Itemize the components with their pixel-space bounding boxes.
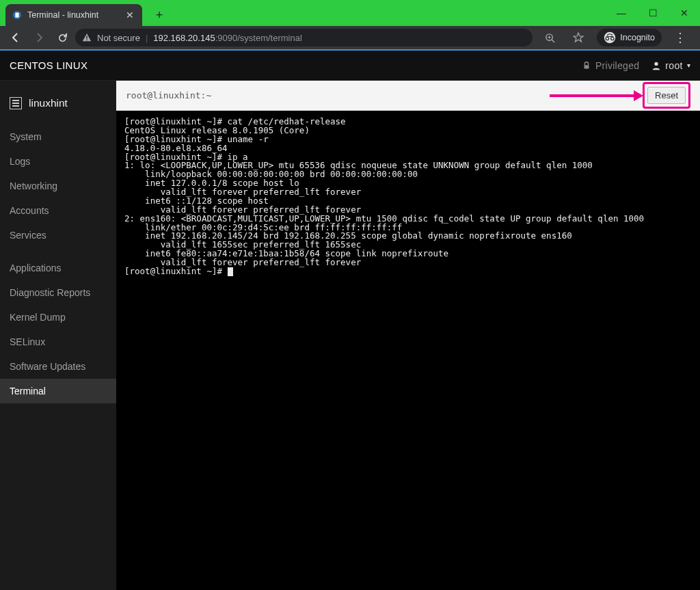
- new-tab-button[interactable]: +: [149, 5, 170, 25]
- zoom-icon[interactable]: [539, 27, 560, 48]
- browser-tab[interactable]: Terminal - linuxhint ✕: [5, 4, 142, 26]
- browser-toolbar: Not secure | 192.168.20.145:9090/system/…: [0, 26, 700, 49]
- url-path: :9090/system/terminal: [215, 33, 302, 43]
- browser-menu-button[interactable]: ⋮: [670, 27, 690, 48]
- terminal-toolbar: root@linuxhint:~ Reset: [116, 81, 700, 111]
- sidebar-item-software-updates[interactable]: Software Updates: [0, 354, 116, 379]
- annotation-highlight-box: Reset: [643, 82, 690, 109]
- sidebar-item-accounts[interactable]: Accounts: [0, 198, 116, 223]
- url-host: 192.168.20.145: [153, 33, 215, 43]
- incognito-indicator[interactable]: Incognito: [597, 29, 662, 46]
- lock-icon: [582, 61, 591, 70]
- user-icon: [651, 61, 661, 70]
- sidebar-item-system[interactable]: System: [0, 124, 116, 149]
- svg-rect-2: [86, 36, 87, 38]
- forward-button[interactable]: [29, 27, 49, 48]
- content-area: root@linuxhint:~ Reset [root@linuxhint ~…: [116, 81, 700, 590]
- sidebar: linuxhint SystemLogsNetworkingAccountsSe…: [0, 81, 116, 590]
- reload-button[interactable]: [52, 27, 72, 48]
- server-icon: [10, 97, 22, 109]
- os-title: CENTOS LINUX: [10, 59, 88, 71]
- url-bar[interactable]: Not secure | 192.168.20.145:9090/system/…: [75, 29, 533, 46]
- window-minimize-button[interactable]: —: [606, 0, 637, 26]
- warning-icon: [82, 33, 92, 42]
- window-titlebar: Terminal - linuxhint ✕ + — ☐ ✕: [0, 0, 700, 26]
- sidebar-item-applications[interactable]: Applications: [0, 256, 116, 280]
- privileged-indicator[interactable]: Privileged: [582, 60, 639, 71]
- tab-close-icon[interactable]: ✕: [124, 10, 135, 21]
- user-name: root: [665, 60, 682, 71]
- cockpit-header: CENTOS LINUX Privileged root ▾: [0, 51, 700, 81]
- svg-point-10: [655, 62, 658, 65]
- window-maximize-button[interactable]: ☐: [637, 0, 669, 26]
- window-close-button[interactable]: ✕: [669, 0, 700, 26]
- svg-rect-3: [86, 40, 87, 40]
- chevron-down-icon: ▾: [687, 62, 690, 69]
- sidebar-item-networking[interactable]: Networking: [0, 174, 116, 198]
- incognito-icon: [604, 31, 616, 44]
- sidebar-item-terminal[interactable]: Terminal: [0, 379, 116, 403]
- user-menu[interactable]: root ▾: [651, 60, 690, 71]
- back-button[interactable]: [5, 27, 26, 48]
- terminal-output[interactable]: [root@linuxhint ~]# cat /etc/redhat-rele…: [116, 111, 700, 590]
- sidebar-host[interactable]: linuxhint: [0, 92, 116, 124]
- svg-line-5: [552, 40, 554, 42]
- bookmark-star-icon[interactable]: [568, 27, 589, 48]
- sidebar-item-diagnostic-reports[interactable]: Diagnostic Reports: [0, 280, 116, 305]
- tab-title: Terminal - linuxhint: [27, 10, 119, 20]
- sidebar-item-selinux[interactable]: SELinux: [0, 330, 116, 354]
- svg-rect-9: [584, 65, 589, 68]
- window-controls: — ☐ ✕: [606, 0, 700, 26]
- hostname: linuxhint: [29, 97, 68, 109]
- sidebar-item-logs[interactable]: Logs: [0, 149, 116, 174]
- incognito-label: Incognito: [620, 33, 655, 42]
- sidebar-item-kernel-dump[interactable]: Kernel Dump: [0, 305, 116, 330]
- tab-strip: Terminal - linuxhint ✕ +: [5, 0, 170, 26]
- tab-favicon-icon: [12, 10, 22, 20]
- svg-rect-1: [15, 13, 18, 18]
- sidebar-item-services[interactable]: Services: [0, 223, 116, 247]
- terminal-cursor: [228, 267, 233, 276]
- privileged-label: Privileged: [595, 60, 639, 71]
- terminal-prompt-label: root@linuxhint:~: [126, 90, 211, 100]
- annotation-arrow: [550, 94, 638, 97]
- not-secure-label: Not secure: [97, 33, 140, 43]
- reset-button[interactable]: Reset: [647, 87, 686, 104]
- url-divider: |: [146, 33, 148, 43]
